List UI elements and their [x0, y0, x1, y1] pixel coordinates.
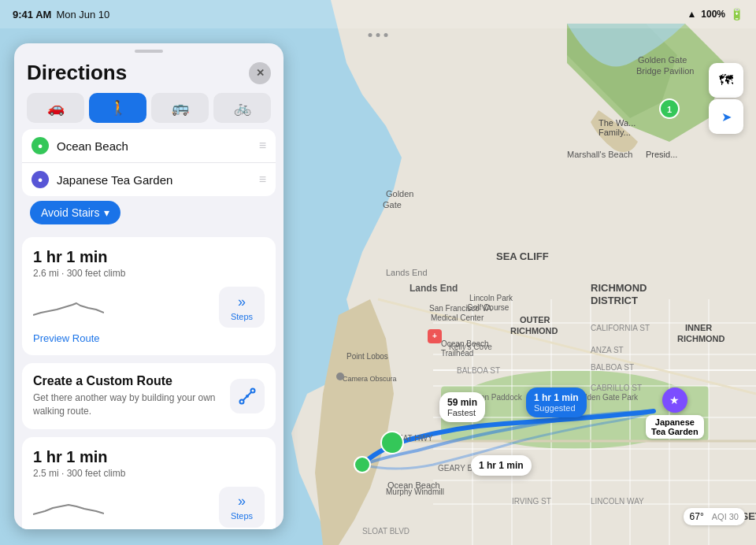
svg-text:RICHMOND: RICHMOND [510, 326, 558, 336]
svg-text:SLOAT BLVD: SLOAT BLVD [362, 527, 410, 536]
three-dots-indicator [369, 33, 388, 37]
svg-text:OUTER: OUTER [520, 315, 550, 324]
custom-route-icon [230, 379, 265, 413]
map-type-button[interactable]: 🗺 [709, 63, 743, 98]
route-2-detail: 2.5 mi · 300 feet climb [33, 468, 265, 479]
map-controls: 🗺 ➤ [709, 63, 743, 134]
svg-text:Trailhead: Trailhead [441, 349, 473, 358]
alt-route-label[interactable]: 1 hr 1 min [471, 455, 532, 476]
svg-text:Point Lobos: Point Lobos [346, 352, 388, 361]
svg-text:1: 1 [667, 105, 672, 114]
svg-text:BALBOA ST: BALBOA ST [591, 363, 634, 372]
svg-text:RICHMOND: RICHMOND [677, 334, 725, 343]
svg-text:Presid...: Presid... [646, 150, 677, 159]
suggested-time: 1 hr 1 min [534, 392, 579, 403]
svg-text:RICHMOND: RICHMOND [591, 282, 647, 294]
svg-text:Golf Course: Golf Course [467, 303, 510, 312]
chevron-down-icon: ▾ [104, 206, 109, 219]
fastest-route-label[interactable]: 59 min Fastest [439, 392, 485, 422]
transport-car-button[interactable]: 🚗 [27, 93, 84, 123]
waypoints-container: ● Ocean Beach ≡ ● Japanese Tea Garden ≡ [22, 129, 276, 196]
svg-text:Lincoln Park: Lincoln Park [469, 294, 513, 302]
chevrons-right-icon-2: » [238, 493, 246, 510]
origin-icon: ● [32, 137, 49, 154]
svg-text:CALIFORNIA ST: CALIFORNIA ST [591, 324, 650, 332]
location-button[interactable]: ➤ [709, 99, 743, 134]
route-1-steps-button[interactable]: » Steps [219, 287, 265, 328]
svg-point-75 [246, 395, 249, 398]
route-2-steps-button[interactable]: » Steps [219, 487, 265, 528]
transport-bike-button[interactable]: 🚲 [213, 93, 271, 123]
close-button[interactable]: ✕ [249, 62, 271, 84]
routes-list[interactable]: 1 hr 1 min 2.6 mi · 300 feet climb » Ste… [14, 237, 284, 529]
fastest-time: 59 min [447, 397, 477, 408]
destination-drag-handle: ≡ [259, 172, 266, 187]
svg-text:INNER: INNER [685, 323, 712, 332]
dest-pin-icon: ★ [662, 387, 687, 413]
chevrons-right-icon: » [238, 294, 246, 310]
svg-text:Ocean Beach: Ocean Beach [441, 339, 489, 348]
svg-point-72 [381, 432, 403, 454]
svg-text:BALBOA ST: BALBOA ST [457, 366, 500, 375]
svg-text:The Wa...: The Wa... [598, 118, 636, 128]
svg-text:Golden Gate: Golden Gate [638, 55, 687, 65]
dot-2 [376, 33, 380, 37]
avoid-stairs-button[interactable]: Avoid Stairs ▾ [30, 201, 120, 224]
svg-text:Gate: Gate [383, 200, 402, 209]
origin-drag-handle: ≡ [259, 139, 266, 153]
destination-label: JapaneseTea Garden [646, 415, 704, 439]
suggested-route-label[interactable]: 1 hr 1 min Suggested [526, 387, 587, 417]
route-1-steps-label: Steps [231, 312, 253, 321]
destination-text[interactable]: Japanese Tea Garden [57, 173, 251, 187]
custom-route-card[interactable]: Create a Custom Route Get there another … [22, 363, 276, 429]
svg-text:Murphy Windmill: Murphy Windmill [386, 488, 444, 496]
battery-icon: 🔋 [730, 8, 743, 20]
custom-route-text: Create a Custom Route Get there another … [33, 374, 220, 418]
transport-mode-row: 🚗 🚶 🚌 🚲 [14, 90, 284, 129]
svg-text:Family...: Family... [598, 128, 631, 137]
custom-route-title: Create a Custom Route [33, 374, 220, 388]
origin-waypoint: ● Ocean Beach ≡ [22, 129, 276, 162]
status-date: Mon Jun 10 [56, 9, 109, 20]
route-1-time: 1 hr 1 min [33, 248, 265, 266]
wifi-icon: ▲ [687, 9, 696, 20]
location-icon: ➤ [721, 109, 732, 124]
route-2-elevation-chart [33, 495, 104, 519]
origin-text[interactable]: Ocean Beach [57, 139, 251, 153]
avoid-stairs-label: Avoid Stairs [41, 206, 99, 219]
svg-text:IRVING ST: IRVING ST [512, 497, 551, 506]
route-1-elevation-chart [33, 295, 104, 319]
transport-transit-button[interactable]: 🚌 [151, 93, 209, 123]
route-1-detail: 2.6 mi · 300 feet climb [33, 268, 265, 279]
route-1-bottom: » Steps [33, 287, 265, 328]
panel-header: Directions ✕ [14, 53, 284, 90]
destination-waypoint: ● Japanese Tea Garden ≡ [22, 162, 276, 196]
svg-text:DISTRICT: DISTRICT [591, 295, 638, 306]
route-2-steps-label: Steps [231, 511, 253, 521]
temperature-badge: 67° AQI 30 [684, 508, 745, 525]
route-2-time: 1 hr 1 min [33, 448, 265, 466]
svg-point-26 [354, 457, 370, 473]
svg-text:CABRILLO ST: CABRILLO ST [591, 384, 642, 392]
status-time: 9:41 AM [13, 9, 51, 20]
transport-walk-button[interactable]: 🚶 [89, 93, 146, 123]
close-icon: ✕ [256, 67, 265, 79]
svg-text:Lands End: Lands End [410, 283, 458, 294]
map-type-icon: 🗺 [719, 72, 733, 89]
dot-1 [369, 33, 372, 37]
panel-title: Directions [27, 61, 127, 85]
route-card-2: 1 hr 1 min 2.5 mi · 300 feet climb » Ste… [22, 437, 276, 529]
svg-text:SEA CLIFF: SEA CLIFF [496, 250, 549, 262]
fastest-sub: Fastest [447, 408, 477, 417]
temperature-value: 67° [690, 511, 704, 522]
directions-panel: Directions ✕ 🚗 🚶 🚌 🚲 ● Ocean Beach ≡ ● J… [14, 43, 284, 529]
suggested-sub: Suggested [534, 403, 579, 413]
svg-text:Bridge Pavilion: Bridge Pavilion [636, 66, 694, 76]
status-bar: 9:41 AM Mon Jun 10 ▲ 100% 🔋 [0, 0, 756, 28]
svg-text:+: + [432, 332, 437, 340]
route-card-1: 1 hr 1 min 2.6 mi · 300 feet climb » Ste… [22, 237, 276, 355]
destination-icon: ● [32, 171, 49, 188]
route-1-preview-link[interactable]: Preview Route [33, 332, 265, 344]
destination-marker: ★ JapaneseTea Garden [646, 387, 704, 439]
alt-time: 1 hr 1 min [479, 460, 524, 471]
